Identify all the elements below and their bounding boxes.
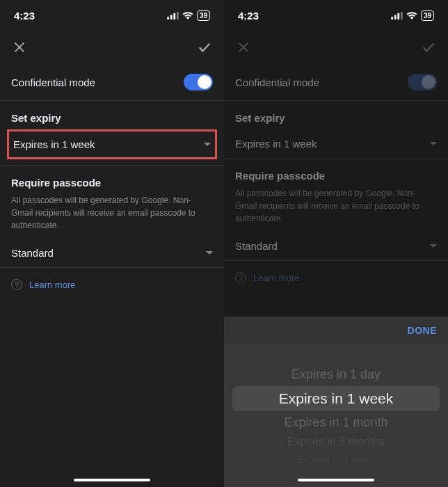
- picker-option[interactable]: Expires in 1 month: [224, 413, 448, 433]
- close-icon[interactable]: [235, 39, 252, 56]
- svg-rect-1: [170, 15, 173, 19]
- screen-left: 4:23 39 Confidential mode Set expiry Exp…: [0, 0, 224, 487]
- done-button[interactable]: DONE: [408, 325, 437, 336]
- svg-rect-7: [394, 15, 397, 19]
- set-expiry-label: Set expiry: [224, 101, 448, 129]
- expiry-dropdown[interactable]: Expires in 1 week: [224, 129, 448, 158]
- help-icon: ?: [235, 272, 246, 283]
- chevron-down-icon: [430, 244, 437, 248]
- confidential-label: Confidential mode: [11, 77, 95, 88]
- passcode-help-text: All passcodes will be generated by Googl…: [0, 194, 224, 239]
- picker-toolbar: DONE: [224, 317, 448, 344]
- svg-rect-2: [173, 13, 175, 19]
- signal-icon: [391, 10, 403, 22]
- chevron-down-icon: [430, 142, 437, 145]
- svg-rect-6: [391, 17, 393, 19]
- header: [0, 31, 224, 64]
- svg-rect-0: [167, 17, 169, 19]
- passcode-value: Standard: [235, 240, 278, 252]
- confirm-icon[interactable]: [196, 39, 213, 56]
- signal-icon: [167, 10, 179, 22]
- picker-overlay: DONE Expires in 1 day Expires in 1 week …: [224, 317, 448, 487]
- status-icons: 39: [391, 10, 434, 22]
- passcode-dropdown[interactable]: Standard: [0, 239, 224, 267]
- learn-more-row[interactable]: ? Learn more: [0, 268, 224, 301]
- confidential-label: Confidential mode: [235, 77, 319, 88]
- picker-option[interactable]: Expires in 5 years: [224, 451, 448, 468]
- confidential-toggle[interactable]: [408, 74, 437, 90]
- status-time: 4:23: [14, 10, 35, 22]
- status-time: 4:23: [238, 10, 259, 22]
- home-indicator[interactable]: [74, 479, 150, 481]
- battery-icon: 39: [421, 10, 434, 21]
- screen-right: 4:23 39 Confidential mode: [224, 0, 448, 487]
- chevron-down-icon: [206, 251, 213, 255]
- passcode-help-text: All passcodes will be generated by Googl…: [224, 187, 448, 232]
- svg-rect-8: [397, 13, 399, 19]
- require-passcode-label: Require passcode: [0, 166, 224, 194]
- picker-option-selected[interactable]: Expires in 1 week: [232, 386, 440, 411]
- learn-more-link[interactable]: Learn more: [253, 273, 299, 283]
- help-icon: ?: [11, 279, 22, 290]
- expiry-value: Expires in 1 week: [13, 138, 95, 150]
- expiry-value: Expires in 1 week: [235, 138, 317, 150]
- set-expiry-label: Set expiry: [0, 101, 224, 129]
- svg-rect-9: [401, 12, 403, 19]
- picker-option[interactable]: Expires in 1 day: [224, 365, 448, 385]
- confirm-icon[interactable]: [420, 39, 437, 56]
- confidential-toggle[interactable]: [184, 74, 213, 90]
- svg-rect-3: [177, 12, 179, 19]
- wifi-icon: [182, 10, 193, 22]
- learn-more-row[interactable]: ? Learn more: [224, 261, 448, 294]
- learn-more-link[interactable]: Learn more: [29, 280, 75, 290]
- picker-wheel[interactable]: Expires in 1 day Expires in 1 week Expir…: [224, 344, 448, 487]
- status-bar: 4:23 39: [224, 0, 448, 31]
- passcode-dropdown[interactable]: Standard: [224, 232, 448, 260]
- confidential-mode-row: Confidential mode: [224, 64, 448, 100]
- expiry-dropdown[interactable]: Expires in 1 week: [7, 129, 217, 159]
- status-bar: 4:23 39: [0, 0, 224, 31]
- chevron-down-icon: [204, 143, 211, 146]
- close-icon[interactable]: [11, 39, 28, 56]
- home-indicator[interactable]: [298, 479, 374, 481]
- picker-option[interactable]: Expires in 3 months: [224, 433, 448, 451]
- status-icons: 39: [167, 10, 210, 22]
- require-passcode-label: Require passcode: [224, 159, 448, 187]
- passcode-value: Standard: [11, 247, 54, 259]
- wifi-icon: [406, 10, 417, 22]
- header: [224, 31, 448, 64]
- confidential-mode-row: Confidential mode: [0, 64, 224, 100]
- battery-icon: 39: [197, 10, 210, 21]
